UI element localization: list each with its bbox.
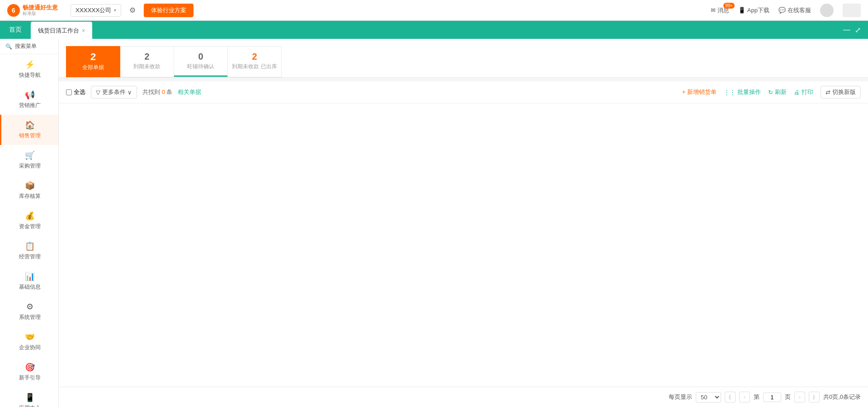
tab-pending-confirm[interactable]: 0 旺辅待确认 [174, 46, 228, 77]
sidebar-item-label: 快捷导航 [19, 71, 41, 79]
tab-overdue-count: 2 [124, 51, 170, 62]
select-all-checkbox[interactable]: 全选 [66, 88, 85, 96]
sidebar-item-inventory[interactable]: 📦 库存核算 [0, 175, 58, 206]
sidebar-item-quick-nav[interactable]: ⚡ 快捷导航 [0, 54, 58, 84]
batch-label: 批量操作 [737, 88, 761, 96]
inventory-icon: 📦 [25, 181, 35, 191]
per-page-select[interactable]: 50 100 200 [696, 392, 721, 402]
batch-icon: ⋮⋮ [724, 89, 736, 96]
message-icon: ✉ [711, 7, 716, 14]
next-page-button[interactable]: › [794, 392, 805, 402]
sidebar-item-label: 企业协同 [19, 344, 41, 351]
print-button[interactable]: 🖨 打印 [794, 88, 813, 96]
sidebar-item-label: 应用中心 [19, 404, 41, 407]
download-icon: 📱 [738, 7, 745, 14]
sidebar-item-app-center[interactable]: 📱 应用中心 [0, 387, 58, 407]
refresh-button[interactable]: ↻ 刷新 [768, 88, 787, 96]
sidebar-item-marketing[interactable]: 📢 营销推广 [0, 84, 58, 115]
tab-pending-label: 旺辅待确认 [178, 63, 224, 70]
found-count: 0 [162, 89, 165, 95]
online-service-button[interactable]: 💬 在线客服 [778, 6, 811, 14]
sidebar-item-label: 新手引导 [19, 374, 41, 382]
batch-button[interactable]: ⋮⋮ 批量操作 [724, 88, 761, 96]
settings-button[interactable]: ⚙ [126, 4, 139, 17]
tab-overdue-unshipped-count: 2 [231, 51, 278, 62]
quick-nav-icon: ⚡ [25, 60, 35, 70]
sidebar-item-system[interactable]: ⚙ 系统管理 [0, 296, 58, 327]
tab-close-icon[interactable]: × [82, 28, 85, 34]
related-link[interactable]: 相关单据 [178, 88, 201, 96]
company-name: XXXXXX公司 [75, 6, 111, 14]
switch-icon: ⇄ [826, 89, 830, 96]
sidebar-item-label: 库存核算 [19, 192, 41, 200]
tab-maximize-icon[interactable]: ⤢ [855, 26, 861, 34]
tab-minimize-icon[interactable]: — [843, 26, 850, 34]
logo-main: 畅捷通好生意 [23, 4, 58, 11]
tab-overdue-unpaid[interactable]: 2 到期未收款 [120, 46, 174, 77]
page-input[interactable] [763, 393, 781, 402]
system-icon: ⚙ [26, 302, 33, 312]
tab-overdue-unshipped-label: 到期未收款 已出库 [231, 63, 278, 70]
select-all-input[interactable] [66, 89, 72, 95]
switch-new-version-button[interactable]: ⇄ 切换新版 [821, 86, 861, 98]
tab-active[interactable]: 钱货日清工作台 × [31, 22, 92, 40]
trial-button[interactable]: 体验行业方案 [144, 4, 193, 17]
sidebar-item-purchase[interactable]: 🛒 采购管理 [0, 145, 58, 175]
sidebar-item-label: 采购管理 [19, 162, 41, 170]
switch-label: 切换新版 [832, 88, 856, 96]
page-unit: 页 [785, 393, 791, 401]
sidebar: 🔍 搜索菜单 ⚡ 快捷导航 📢 营销推广 🏠 销售管理 🛒 采购管理 📦 库存核… [0, 39, 59, 407]
sidebar-item-guide[interactable]: 🎯 新手引导 [0, 357, 58, 387]
cooperation-icon: 🤝 [25, 332, 35, 342]
status-tabs: 2 全部单据 2 到期未收款 0 旺辅待确认 2 到期未收款 已出库 [59, 39, 868, 78]
logo-area: 6 畅捷通好生意 标准版 [7, 4, 66, 17]
filter-label: 更多条件 [102, 88, 126, 96]
tab-overdue-label: 到期未收款 [124, 63, 170, 70]
top-header: 6 畅捷通好生意 标准版 XXXXXX公司 ▾ ⚙ 体验行业方案 ✉ 消息 99… [0, 0, 868, 21]
company-selector[interactable]: XXXXXX公司 ▾ [71, 4, 121, 17]
tab-home[interactable]: 首页 [0, 21, 31, 39]
message-button[interactable]: ✉ 消息 99+ [711, 6, 729, 14]
sidebar-item-label: 经营管理 [19, 253, 41, 261]
logo-sub: 标准版 [23, 11, 58, 16]
last-page-button[interactable]: ⟫ [809, 392, 820, 402]
sidebar-item-cooperation[interactable]: 🤝 企业协同 [0, 327, 58, 357]
sidebar-item-basic-info[interactable]: 📊 基础信息 [0, 266, 58, 296]
online-service-label: 在线客服 [788, 6, 811, 14]
toolbar: 全选 ▽ 更多条件 ∨ 共找到 0 条 相关单据 + 新增销货单 ⋮⋮ 批量操作 [59, 81, 868, 103]
tab-overdue-unshipped[interactable]: 2 到期未收款 已出库 [227, 46, 282, 77]
refresh-icon: ↻ [768, 89, 773, 96]
sales-icon: 🏠 [25, 120, 35, 130]
total-text: 共0页,0条记录 [823, 393, 861, 401]
chevron-down-icon: ∨ [127, 89, 132, 96]
add-order-button[interactable]: + 新增销货单 [682, 88, 717, 96]
pagination: 每页显示 50 100 200 ⟪ ‹ 第 页 › ⟫ 共0页,0条记录 [59, 387, 868, 407]
basic-info-icon: 📊 [25, 271, 35, 281]
refresh-label: 刷新 [775, 88, 787, 96]
header-right: ✉ 消息 99+ 📱 App下载 💬 在线客服 [711, 4, 861, 17]
user-name-area [843, 4, 861, 17]
marketing-icon: 📢 [25, 90, 35, 100]
prev-page-button[interactable]: ‹ [739, 392, 750, 402]
sidebar-item-capital[interactable]: 💰 资金管理 [0, 206, 58, 236]
tab-label: 钱货日清工作台 [38, 27, 79, 35]
app-download-button[interactable]: 📱 App下载 [738, 6, 769, 14]
avatar[interactable] [820, 4, 834, 17]
first-page-button[interactable]: ⟪ [725, 392, 736, 402]
print-label: 打印 [802, 88, 813, 96]
sidebar-item-label: 营销推广 [19, 102, 41, 109]
sidebar-item-operations[interactable]: 📋 经营管理 [0, 236, 58, 266]
found-text: 共找到 0 条 [142, 88, 172, 96]
main-layout: 🔍 搜索菜单 ⚡ 快捷导航 📢 营销推广 🏠 销售管理 🛒 采购管理 📦 库存核… [0, 39, 868, 407]
sidebar-item-sales[interactable]: 🏠 销售管理 [0, 115, 58, 145]
sidebar-item-label: 系统管理 [19, 313, 41, 321]
filter-button[interactable]: ▽ 更多条件 ∨ [91, 86, 137, 98]
app-download-label: App下载 [747, 6, 769, 14]
table-area [59, 103, 868, 387]
sidebar-item-label: 基础信息 [19, 283, 41, 291]
toolbar-right: + 新增销货单 ⋮⋮ 批量操作 ↻ 刷新 🖨 打印 ⇄ 切换新版 [682, 86, 861, 98]
purchase-icon: 🛒 [25, 150, 35, 160]
sidebar-search[interactable]: 🔍 搜索菜单 [0, 39, 58, 54]
logo-icon: 6 [7, 4, 20, 17]
tab-all[interactable]: 2 全部单据 [66, 46, 120, 77]
